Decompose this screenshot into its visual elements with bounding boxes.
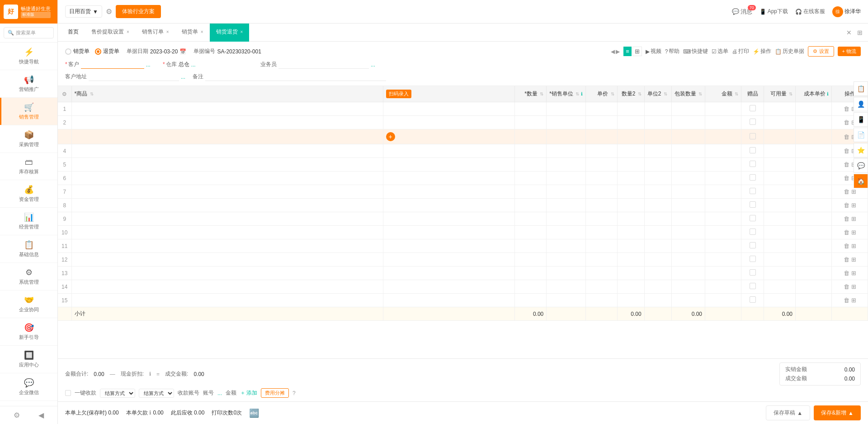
copy-row-13-button[interactable]: ⊞ (851, 270, 856, 276)
qty2-cell-12[interactable] (617, 253, 644, 267)
tab-home[interactable]: 首页 (61, 24, 85, 42)
gift-cell-1[interactable] (741, 102, 764, 116)
debit-info-icon[interactable]: ℹ (149, 410, 151, 416)
help-link[interactable]: ? 帮助 (665, 48, 680, 55)
calc-method-select[interactable]: 结算方式 (139, 389, 174, 398)
cost-cell-6[interactable] (796, 172, 832, 185)
avail-cell-3[interactable] (764, 129, 796, 144)
list-view-button[interactable]: ≡ (623, 47, 632, 56)
unit-cell-12[interactable] (547, 253, 585, 267)
qty2-cell-10[interactable] (617, 226, 644, 239)
video-link[interactable]: ▶ 视频 (646, 48, 661, 55)
copy-row-12-button[interactable]: ⊞ (851, 256, 856, 263)
account-more-button[interactable]: ... (217, 390, 222, 396)
unit-cell-5[interactable] (547, 158, 585, 172)
select-link[interactable]: ☑ 选单 (712, 48, 728, 55)
customer-more-button[interactable]: ... (146, 62, 151, 68)
gift-checkbox-4[interactable] (750, 147, 756, 153)
th-barcode[interactable]: 扫码录入 (383, 86, 515, 102)
delete-row-13-button[interactable]: 🗑 (844, 270, 849, 276)
qty2-cell-14[interactable] (617, 280, 644, 294)
sidebar-item-marketing[interactable]: 📢 营销推广 (0, 70, 57, 98)
feesplit-help-icon[interactable]: ? (292, 390, 296, 396)
unit2-cell-9[interactable] (644, 212, 671, 226)
delete-row-7-button[interactable]: 🗑 (844, 188, 849, 195)
delete-row-4-button[interactable]: 🗑 (844, 148, 849, 154)
sidebar-item-wechat[interactable]: 💬 企业微信 (0, 373, 57, 401)
next-doc-button[interactable]: ▶ (616, 48, 620, 55)
unit2-cell-3[interactable] (644, 129, 671, 144)
cost-cell-9[interactable] (796, 212, 832, 226)
price-cell-15[interactable] (585, 294, 617, 307)
gift-cell-5[interactable] (741, 158, 764, 172)
qty2-cell-8[interactable] (617, 199, 644, 212)
category-select[interactable]: 日用百货 ▼ (65, 5, 102, 18)
amount-cell-6[interactable] (705, 172, 741, 185)
unit-info-icon[interactable]: ℹ (581, 91, 583, 96)
gift-cell-14[interactable] (741, 280, 764, 294)
amount-cell-9[interactable] (705, 212, 741, 226)
close-tab-button[interactable]: ✕ (844, 28, 854, 37)
product-cell-2[interactable] (71, 116, 383, 129)
right-panel-btn-1[interactable]: 📋 (854, 81, 868, 96)
sales-input[interactable] (278, 60, 369, 69)
gift-checkbox-5[interactable] (750, 161, 756, 167)
qty-cell-7[interactable] (515, 185, 547, 199)
pkg-cell-4[interactable] (671, 144, 705, 158)
close-sales-order-tab[interactable]: × (166, 29, 169, 34)
qty2-cell-6[interactable] (617, 172, 644, 185)
save-new-button[interactable]: 保存&新增 ▲ (814, 405, 861, 420)
gift-cell-13[interactable] (741, 267, 764, 280)
close-return-tab[interactable]: × (241, 29, 243, 34)
avail-cell-14[interactable] (764, 280, 796, 294)
add-row-button-3[interactable]: + (386, 132, 395, 141)
delete-row-2-button[interactable]: 🗑 (844, 119, 849, 126)
sidebar-item-purchase[interactable]: 📦 采购管理 (0, 125, 57, 153)
delete-row-5-button[interactable]: 🗑 (844, 161, 849, 168)
unit2-cell-1[interactable] (644, 102, 671, 116)
product-input-3[interactable] (75, 133, 380, 140)
print-link[interactable]: 🖨 打印 (732, 48, 749, 55)
qty-cell-9[interactable] (515, 212, 547, 226)
pkg-cell-8[interactable] (671, 199, 705, 212)
gift-checkbox-2[interactable] (750, 119, 756, 125)
price-cell-8[interactable] (585, 199, 617, 212)
unit2-cell-11[interactable] (644, 239, 671, 253)
copy-row-9-button[interactable]: ⊞ (851, 215, 856, 222)
qty-cell-5[interactable] (515, 158, 547, 172)
product-cell-3[interactable] (71, 129, 383, 144)
unit-cell-11[interactable] (547, 239, 585, 253)
radio-return[interactable]: 退货单 (95, 48, 119, 55)
qty-cell-15[interactable] (515, 294, 547, 307)
app-download-link[interactable]: 📱 App下载 (760, 8, 788, 15)
qty-cell-11[interactable] (515, 239, 547, 253)
avail-cell-10[interactable] (764, 226, 796, 239)
pkg-cell-5[interactable] (671, 158, 705, 172)
gift-checkbox-14[interactable] (750, 283, 756, 289)
gift-cell-3[interactable] (741, 129, 764, 144)
grid-view-button[interactable]: ⊞ (632, 47, 642, 56)
message-button[interactable]: 💬 消息 70 (732, 8, 752, 16)
amount-cell-12[interactable] (705, 253, 741, 267)
unit2-cell-8[interactable] (644, 199, 671, 212)
table-settings-icon[interactable]: ⚙ (62, 91, 67, 97)
history-link[interactable]: 📋 历史单据 (775, 48, 804, 55)
avail-cell-4[interactable] (764, 144, 796, 158)
avail-cell-1[interactable] (764, 102, 796, 116)
avail-cell-7[interactable] (764, 185, 796, 199)
product-cell-1[interactable] (71, 102, 383, 116)
right-panel-btn-4[interactable]: 📄 (854, 128, 868, 142)
gift-checkbox-11[interactable] (750, 242, 756, 248)
online-service-link[interactable]: 🎧 在线客服 (795, 8, 825, 15)
right-panel-btn-7[interactable]: 🏠 (854, 174, 868, 188)
cost-cell-7[interactable] (796, 185, 832, 199)
qty-cell-6[interactable] (515, 172, 547, 185)
gift-checkbox-12[interactable] (750, 256, 756, 262)
unit2-cell-5[interactable] (644, 158, 671, 172)
sidebar-item-sales[interactable]: 🛒 销售管理 (0, 98, 57, 125)
pkg-cell-2[interactable] (671, 116, 705, 129)
pkg-cell-14[interactable] (671, 280, 705, 294)
right-panel-btn-2[interactable]: 👤 (854, 97, 868, 111)
gift-cell-4[interactable] (741, 144, 764, 158)
cost-cell-8[interactable] (796, 199, 832, 212)
